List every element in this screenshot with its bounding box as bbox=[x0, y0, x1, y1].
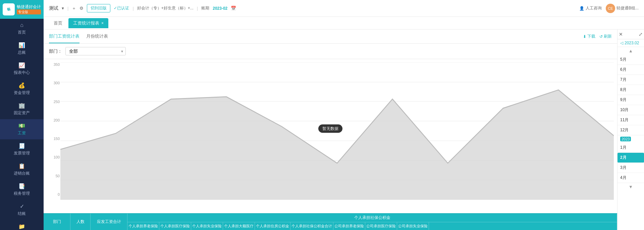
sub-tab-department[interactable]: 部门工资统计表 bbox=[49, 30, 79, 43]
topbar: 测试 ▾ | ＋ ⚙ 切到旧版 ✓已认证 | 好会计（专）+好生意（标）+...… bbox=[44, 0, 644, 17]
table-footer: 部门 人数 应发工资合计 个人承担社保公积金 个人承担养老保险 个人承担医疗 bbox=[44, 213, 617, 230]
main-content: 测试 ▾ | ＋ ⚙ 切到旧版 ✓已认证 | 好会计（专）+好生意（标）+...… bbox=[44, 0, 644, 230]
sidebar-item-checkout[interactable]: ✓结账 bbox=[0, 200, 44, 220]
sidebar-item-reports[interactable]: 📈报表中心 bbox=[0, 59, 44, 79]
filter-bar: 部门： 全部 财务部 技术部 销售部 bbox=[44, 44, 617, 59]
refresh-btn[interactable]: ↺ 刷新 bbox=[599, 34, 612, 39]
month-apr[interactable]: 4月 bbox=[618, 173, 644, 183]
side-panel-close-icon[interactable]: ✕ bbox=[619, 32, 623, 37]
sidebar-item-tax[interactable]: 📑税务管理 bbox=[0, 180, 44, 200]
y-label-300: 300 bbox=[47, 81, 60, 85]
y-label-150: 150 bbox=[47, 137, 60, 141]
month-sep[interactable]: 9月 bbox=[618, 95, 644, 105]
tab-home[interactable]: 首页 bbox=[49, 18, 67, 28]
col-social-total: 个人承担社保公积金合计 bbox=[290, 222, 333, 230]
sidebar-nav: ⌂首页📊总账📈报表中心💰资金管理🏢固定资产💵工资🧾发票管理📋进销台账📑税务管理✓… bbox=[0, 19, 44, 230]
salary-icon: 💵 bbox=[18, 123, 25, 129]
tab-salary-report[interactable]: 工资统计报表 × bbox=[68, 18, 108, 28]
col-company-pension: 公司承担养老保险 bbox=[333, 222, 365, 230]
month-jan[interactable]: 1月 bbox=[618, 143, 644, 153]
sub-tab-actions: ⬇ 下载 ↺ 刷新 bbox=[583, 34, 612, 39]
sidebar-label-home: 首页 bbox=[18, 30, 26, 35]
col-count: 人数 bbox=[70, 214, 91, 230]
sidebar-item-assets[interactable]: 🏢固定资产 bbox=[0, 99, 44, 119]
sidebar-item-salary[interactable]: 💵工资 bbox=[0, 119, 44, 139]
side-panel-header: ✕ ⤢ bbox=[618, 30, 644, 39]
col-group-personal: 个人承担社保公积金 个人承担养老保险 个人承担医疗保险 个人承担失业保险 个人承… bbox=[127, 214, 617, 230]
month-aug[interactable]: 8月 bbox=[618, 85, 644, 95]
month-oct[interactable]: 10月 bbox=[618, 105, 644, 115]
month-nov[interactable]: 11月 bbox=[618, 115, 644, 125]
year-2023-item[interactable]: 2023 bbox=[618, 135, 644, 143]
sidebar-item-ledger[interactable]: 📊总账 bbox=[0, 39, 44, 59]
y-label-0: 0 bbox=[47, 192, 60, 196]
sub-tabs: 部门工资统计表 月份统计表 ⬇ 下载 ↺ 刷新 bbox=[44, 30, 617, 44]
reports-icon: 📈 bbox=[18, 62, 25, 68]
col-total-salary: 应发工资合计 bbox=[91, 214, 127, 230]
sidebar-item-home[interactable]: ⌂首页 bbox=[0, 19, 44, 39]
sidebar-item-trade[interactable]: 📋进销台账 bbox=[0, 159, 44, 180]
switch-old-btn[interactable]: 切到旧版 bbox=[87, 4, 110, 12]
sidebar-item-archive[interactable]: 📁归档管理 bbox=[0, 220, 44, 230]
plan-badge: 好会计（专）+好生意（标）+... bbox=[137, 5, 194, 11]
verify-badge: ✓已认证 bbox=[114, 5, 129, 11]
month-may[interactable]: 5月 bbox=[618, 55, 644, 65]
month-jul[interactable]: 7月 bbox=[618, 75, 644, 85]
sidebar-label-tax: 税务管理 bbox=[14, 191, 30, 196]
service-btn[interactable]: 👤 人工咨询 bbox=[579, 5, 602, 11]
sub-tab-monthly[interactable]: 月份统计表 bbox=[86, 30, 108, 43]
department-select[interactable]: 全部 财务部 技术部 销售部 bbox=[65, 47, 126, 55]
month-mar[interactable]: 3月 bbox=[618, 163, 644, 173]
year-nav-down[interactable]: ▼ bbox=[618, 183, 644, 191]
app-logo: 畅 畅捷通好会计 专业版 bbox=[0, 0, 44, 19]
y-label-100: 100 bbox=[47, 155, 60, 159]
settings-icon[interactable]: ⚙ bbox=[79, 6, 84, 11]
chart-area-fill bbox=[60, 90, 614, 200]
y-label-250: 250 bbox=[47, 100, 60, 104]
month-jun[interactable]: 6月 bbox=[618, 65, 644, 75]
year-nav-up[interactable]: ▲ bbox=[618, 47, 644, 55]
trade-icon: 📋 bbox=[18, 163, 25, 169]
col-dept: 部门 bbox=[44, 214, 70, 230]
y-label-200: 200 bbox=[47, 118, 60, 122]
sidebar-label-salary: 工资 bbox=[18, 130, 26, 136]
download-btn[interactable]: ⬇ 下载 bbox=[583, 34, 595, 39]
sidebar-label-invoice: 发票管理 bbox=[14, 150, 30, 156]
content-main: 部门工资统计表 月份统计表 ⬇ 下载 ↺ 刷新 部门： bbox=[44, 30, 617, 230]
logo-icon: 畅 bbox=[3, 3, 15, 15]
funds-icon: 💰 bbox=[18, 82, 25, 89]
side-panel-expand-icon[interactable]: ⤢ bbox=[639, 32, 643, 37]
side-panel: ✕ ⤢ ◁ 2023.02 ▲ 5月 6月 7月 8月 9月 10月 11月 1… bbox=[617, 30, 644, 230]
tab-close-icon[interactable]: × bbox=[101, 21, 104, 26]
month-feb-active[interactable]: 2月 bbox=[618, 153, 644, 163]
avatar: CE bbox=[606, 4, 615, 13]
sidebar-label-ledger: 总账 bbox=[18, 50, 26, 55]
side-panel-year-label: ◁ 2023.02 bbox=[618, 39, 644, 47]
month-dec[interactable]: 12月 bbox=[618, 125, 644, 135]
checkout-icon: ✓ bbox=[20, 203, 24, 210]
sidebar: 畅 畅捷通好会计 专业版 ⌂首页📊总账📈报表中心💰资金管理🏢固定资产💵工资🧾发票… bbox=[0, 0, 44, 230]
assets-icon: 🏢 bbox=[18, 102, 25, 109]
col-major-medical: 个人承担大额医疗 bbox=[223, 222, 255, 230]
department-select-wrapper[interactable]: 全部 财务部 技术部 销售部 bbox=[65, 47, 126, 55]
topbar-right: 👤 人工咨询 CE 轻捷通B组... bbox=[579, 4, 639, 13]
col-company-unemployment: 公司承担失业保险 bbox=[397, 222, 429, 230]
sidebar-label-funds: 资金管理 bbox=[14, 90, 30, 96]
user-info[interactable]: CE 轻捷通B组... bbox=[606, 4, 639, 13]
filter-label: 部门： bbox=[49, 48, 62, 54]
sidebar-item-funds[interactable]: 💰资金管理 bbox=[0, 79, 44, 99]
add-button[interactable]: ＋ bbox=[72, 5, 76, 11]
refresh-icon: ↺ bbox=[599, 34, 603, 39]
y-label-350: 350 bbox=[47, 62, 60, 66]
topbar-dropdown[interactable]: ▾ bbox=[62, 6, 64, 11]
tabs-bar: 首页 工资统计报表 × bbox=[44, 17, 644, 30]
col-medical: 个人承担医疗保险 bbox=[159, 222, 191, 230]
invoice-icon: 🧾 bbox=[18, 143, 25, 149]
col-unemployment: 个人承担失业保险 bbox=[191, 222, 223, 230]
sidebar-item-invoice[interactable]: 🧾发票管理 bbox=[0, 139, 44, 159]
chart-svg bbox=[60, 62, 614, 200]
logo-text: 畅捷通好会计 专业版 bbox=[17, 4, 41, 15]
calendar-icon[interactable]: 📅 bbox=[231, 6, 236, 11]
sidebar-label-assets: 固定资产 bbox=[14, 110, 30, 116]
ledger-icon: 📊 bbox=[18, 42, 25, 48]
